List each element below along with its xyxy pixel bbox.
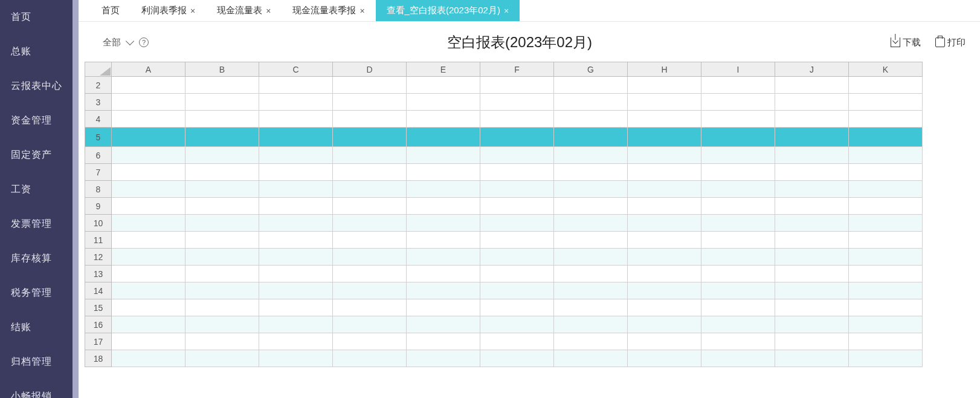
- cell-F18[interactable]: [480, 350, 554, 367]
- cell-A5[interactable]: [112, 128, 185, 147]
- cell-D3[interactable]: [333, 94, 407, 111]
- cell-D17[interactable]: [333, 333, 407, 350]
- cell-D13[interactable]: [333, 266, 407, 282]
- cell-I8[interactable]: [701, 181, 775, 198]
- row-header-14[interactable]: 14: [85, 282, 112, 299]
- cell-H9[interactable]: [628, 198, 701, 215]
- column-header-B[interactable]: B: [185, 62, 259, 77]
- cell-B15[interactable]: [185, 299, 259, 316]
- help-icon[interactable]: ?: [139, 38, 149, 47]
- cell-H10[interactable]: [628, 215, 701, 232]
- cell-A8[interactable]: [112, 181, 185, 198]
- cell-J2[interactable]: [775, 77, 849, 94]
- cell-E3[interactable]: [407, 94, 480, 111]
- row-header-17[interactable]: 17: [85, 333, 112, 350]
- cell-F13[interactable]: [480, 266, 554, 282]
- cell-A9[interactable]: [112, 198, 185, 215]
- tab-1[interactable]: 利润表季报×: [131, 0, 206, 21]
- cell-K17[interactable]: [849, 333, 923, 350]
- cell-I17[interactable]: [701, 333, 775, 350]
- cell-I15[interactable]: [701, 299, 775, 316]
- cell-G8[interactable]: [554, 181, 628, 198]
- cell-F17[interactable]: [480, 333, 554, 350]
- column-header-I[interactable]: I: [701, 62, 775, 77]
- cell-F14[interactable]: [480, 282, 554, 299]
- cell-J10[interactable]: [775, 215, 849, 232]
- cell-J9[interactable]: [775, 198, 849, 215]
- cell-G3[interactable]: [554, 94, 628, 111]
- cell-B3[interactable]: [185, 94, 259, 111]
- cell-K8[interactable]: [849, 181, 923, 198]
- cell-G10[interactable]: [554, 215, 628, 232]
- row-header-3[interactable]: 3: [85, 94, 112, 111]
- cell-F5[interactable]: [480, 128, 554, 147]
- cell-B10[interactable]: [185, 215, 259, 232]
- cell-H13[interactable]: [628, 266, 701, 282]
- cell-I16[interactable]: [701, 316, 775, 333]
- cell-F15[interactable]: [480, 299, 554, 316]
- cell-F11[interactable]: [480, 232, 554, 249]
- cell-J8[interactable]: [775, 181, 849, 198]
- cell-H12[interactable]: [628, 249, 701, 266]
- spreadsheet[interactable]: ABCDEFGHIJK23456789101112131415161718: [79, 62, 980, 398]
- cell-E9[interactable]: [407, 198, 480, 215]
- row-header-4[interactable]: 4: [85, 111, 112, 128]
- cell-E16[interactable]: [407, 316, 480, 333]
- cell-B16[interactable]: [185, 316, 259, 333]
- cell-F4[interactable]: [480, 111, 554, 128]
- cell-J3[interactable]: [775, 94, 849, 111]
- cell-F6[interactable]: [480, 147, 554, 164]
- row-header-2[interactable]: 2: [85, 77, 112, 94]
- sidebar-item-6[interactable]: 发票管理: [0, 207, 79, 241]
- cell-H18[interactable]: [628, 350, 701, 367]
- cell-H3[interactable]: [628, 94, 701, 111]
- row-header-11[interactable]: 11: [85, 232, 112, 249]
- cell-G12[interactable]: [554, 249, 628, 266]
- column-header-A[interactable]: A: [112, 62, 185, 77]
- cell-E18[interactable]: [407, 350, 480, 367]
- cell-E15[interactable]: [407, 299, 480, 316]
- cell-E5[interactable]: [407, 128, 480, 147]
- cell-K2[interactable]: [849, 77, 923, 94]
- cell-J13[interactable]: [775, 266, 849, 282]
- cell-C9[interactable]: [259, 198, 333, 215]
- cell-C11[interactable]: [259, 232, 333, 249]
- row-header-16[interactable]: 16: [85, 316, 112, 333]
- cell-G16[interactable]: [554, 316, 628, 333]
- cell-C2[interactable]: [259, 77, 333, 94]
- cell-D6[interactable]: [333, 147, 407, 164]
- cell-E12[interactable]: [407, 249, 480, 266]
- cell-D10[interactable]: [333, 215, 407, 232]
- cell-I14[interactable]: [701, 282, 775, 299]
- cell-I9[interactable]: [701, 198, 775, 215]
- close-icon[interactable]: ×: [504, 6, 509, 16]
- cell-K11[interactable]: [849, 232, 923, 249]
- cell-J7[interactable]: [775, 164, 849, 181]
- cell-D4[interactable]: [333, 111, 407, 128]
- cell-E8[interactable]: [407, 181, 480, 198]
- cell-G14[interactable]: [554, 282, 628, 299]
- cell-B6[interactable]: [185, 147, 259, 164]
- cell-C5[interactable]: [259, 128, 333, 147]
- cell-J14[interactable]: [775, 282, 849, 299]
- cell-D12[interactable]: [333, 249, 407, 266]
- cell-I6[interactable]: [701, 147, 775, 164]
- row-header-6[interactable]: 6: [85, 147, 112, 164]
- cell-H4[interactable]: [628, 111, 701, 128]
- cell-C8[interactable]: [259, 181, 333, 198]
- sidebar-item-7[interactable]: 库存核算: [0, 241, 79, 276]
- sidebar-item-1[interactable]: 总账: [0, 34, 79, 69]
- row-header-18[interactable]: 18: [85, 350, 112, 367]
- cell-K5[interactable]: [849, 128, 923, 147]
- tab-0[interactable]: 首页: [91, 0, 131, 21]
- cell-I3[interactable]: [701, 94, 775, 111]
- cell-I11[interactable]: [701, 232, 775, 249]
- print-button[interactable]: 打印: [935, 37, 965, 48]
- cell-B8[interactable]: [185, 181, 259, 198]
- cell-B2[interactable]: [185, 77, 259, 94]
- cell-E6[interactable]: [407, 147, 480, 164]
- column-header-G[interactable]: G: [554, 62, 628, 77]
- cell-J6[interactable]: [775, 147, 849, 164]
- column-header-C[interactable]: C: [259, 62, 333, 77]
- sidebar-item-8[interactable]: 税务管理: [0, 276, 79, 310]
